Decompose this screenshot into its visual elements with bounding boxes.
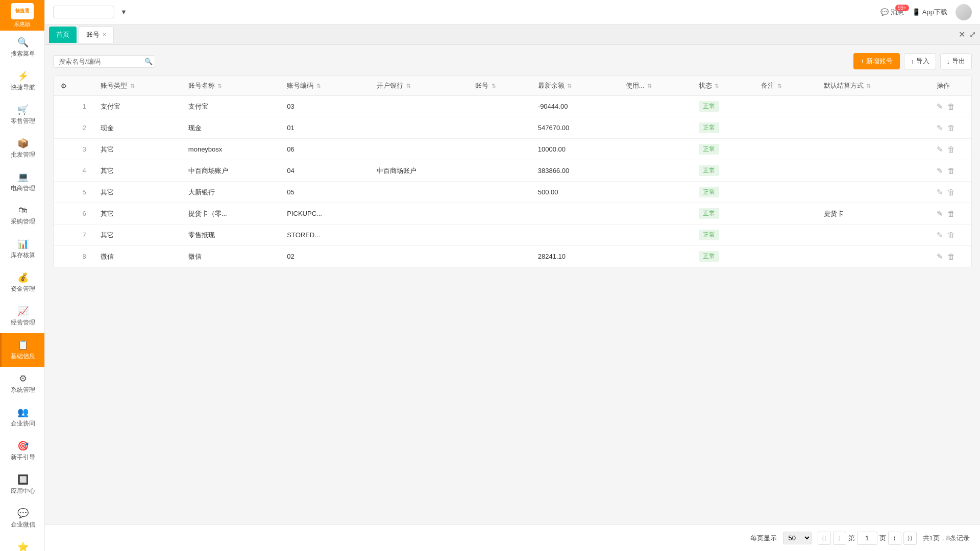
sidebar-icon: 💻 (17, 171, 29, 183)
sidebar-item-新手引导[interactable]: 🎯新手引导 (0, 434, 44, 468)
topbar-dropdown[interactable]: ▼ (120, 8, 127, 16)
search-icon[interactable]: 🔍 (144, 58, 153, 65)
sidebar-item-电商管理[interactable]: 💻电商管理 (0, 165, 44, 199)
delete-icon[interactable]: 🗑 (947, 252, 955, 261)
row-num: 5 (74, 182, 94, 203)
col-type-header[interactable]: 账号类型 ⇅ (94, 76, 182, 96)
tab-accounts[interactable]: 账号 × (79, 27, 114, 43)
delete-icon[interactable]: 🗑 (947, 188, 955, 196)
edit-icon[interactable]: ✎ (937, 188, 943, 197)
col-code-header[interactable]: 账号编码 ⇅ (281, 76, 371, 96)
page-prev-button[interactable]: ⟨ (833, 532, 846, 545)
row-type: 微信 (94, 246, 182, 267)
export-button[interactable]: ↓ 导出 (940, 53, 972, 69)
sidebar-label: 企业协同 (11, 419, 35, 428)
sidebar-label: 经营管理 (11, 318, 35, 327)
edit-icon[interactable]: ✎ (937, 209, 943, 218)
col-settings-header[interactable]: ⚙ (54, 76, 74, 96)
toolbar-right: + 新增账号 ↑ 导入 ↓ 导出 (853, 53, 972, 69)
col-name-header[interactable]: 账号名称 ⇅ (182, 76, 281, 96)
row-status: 正常 (693, 160, 755, 182)
delete-icon[interactable]: 🗑 (947, 123, 955, 132)
tabbar-expand-button[interactable]: ⤢ (969, 30, 976, 39)
row-usage (620, 139, 693, 160)
col-balance-header[interactable]: 最新余额 ⇅ (532, 76, 620, 96)
sidebar-item-零售管理[interactable]: 🛒零售管理 (0, 98, 44, 132)
page-content: 🔍 + 新增账号 ↑ 导入 ↓ 导出 ⚙ (45, 45, 980, 524)
sidebar-item-企业协同[interactable]: 👥企业协同 (0, 400, 44, 434)
sidebar-item-搜索菜单[interactable]: 🔍搜索菜单 (0, 31, 44, 64)
page-next-button[interactable]: ⟩ (888, 532, 901, 545)
sidebar-item-采购管理[interactable]: 🛍采购管理 (0, 199, 44, 232)
col-remark-header[interactable]: 备注 ⇅ (755, 76, 818, 96)
delete-icon[interactable]: 🗑 (947, 145, 955, 154)
page-size-select[interactable]: 50 100 (783, 532, 812, 544)
sidebar-label: 零售管理 (11, 117, 35, 126)
import-button[interactable]: ↑ 导入 (904, 53, 936, 69)
col-status-header[interactable]: 状态 ⇅ (693, 76, 755, 96)
table-row: 2 现金 现金 01 547670.00 正常 ✎ 🗑 (54, 117, 971, 139)
row-account (469, 246, 532, 267)
accounts-table: ⚙ 账号类型 ⇅ 账号名称 ⇅ 账号编码 ⇅ 开户银行 ⇅ 账号 ⇅ 最新余额 … (53, 76, 972, 267)
edit-icon[interactable]: ✎ (937, 231, 943, 240)
row-usage (620, 160, 693, 182)
row-status: 正常 (693, 182, 755, 203)
row-account (469, 182, 532, 203)
row-bank (371, 139, 469, 160)
message-button[interactable]: 💬 消息 99+ (880, 8, 904, 17)
sidebar-label: 电商管理 (11, 184, 35, 193)
tab-close-icon[interactable]: × (103, 31, 106, 38)
search-input[interactable] (59, 58, 144, 65)
edit-icon[interactable]: ✎ (937, 166, 943, 176)
delete-icon[interactable]: 🗑 (947, 209, 955, 218)
row-remark (755, 96, 818, 117)
tabbar-close-button[interactable]: ✕ (959, 30, 965, 39)
col-usage-header[interactable]: 使用... ⇅ (620, 76, 693, 96)
sidebar-item-批发管理[interactable]: 📦批发管理 (0, 132, 44, 165)
add-account-button[interactable]: + 新增账号 (853, 53, 900, 69)
edit-icon[interactable]: ✎ (937, 123, 943, 133)
edit-icon[interactable]: ✎ (937, 102, 943, 111)
col-bank-header[interactable]: 开户银行 ⇅ (371, 76, 469, 96)
user-avatar[interactable] (955, 4, 972, 20)
edit-icon[interactable]: ✎ (937, 252, 943, 261)
row-account (469, 117, 532, 139)
row-status: 正常 (693, 96, 755, 117)
sidebar-item-企业微信[interactable]: 💬企业微信 (0, 502, 44, 535)
pagination-bar: 每页显示 50 100 ⟨⟨ ⟨ 第 页 ⟩ ⟩⟩ 共1页，8条记录 (45, 524, 980, 551)
sidebar-item-库存核算[interactable]: 📊库存核算 (0, 232, 44, 266)
page-label: 第 (848, 534, 855, 543)
sidebar-item-经营管理[interactable]: 📈经营管理 (0, 299, 44, 333)
sidebar-label: 采购管理 (11, 217, 35, 226)
row-balance (532, 203, 620, 224)
page-first-button[interactable]: ⟨⟨ (818, 532, 831, 545)
sidebar-item-系统管理[interactable]: ⚙系统管理 (0, 367, 44, 400)
page-size-label: 每页显示 (750, 534, 777, 543)
row-balance: 500.00 (532, 182, 620, 203)
col-default-settlement-header[interactable]: 默认结算方式 ⇅ (818, 76, 930, 96)
page-input[interactable] (857, 532, 877, 545)
row-bank (371, 117, 469, 139)
delete-icon[interactable]: 🗑 (947, 231, 955, 239)
delete-icon[interactable]: 🗑 (947, 166, 955, 175)
row-remark (755, 117, 818, 139)
topbar-search-input[interactable] (53, 6, 114, 18)
message-badge: 99+ (895, 5, 909, 11)
delete-icon[interactable]: 🗑 (947, 102, 955, 111)
sidebar-item-应用中心[interactable]: 🔲应用中心 (0, 468, 44, 502)
sidebar-item-畅会员[interactable]: ⭐畅会员 (0, 535, 44, 551)
row-remark (755, 246, 818, 267)
table-row: 5 其它 大新银行 05 500.00 正常 ✎ 🗑 (54, 182, 971, 203)
row-code: STORED... (281, 224, 371, 246)
sidebar-icon: 🎯 (17, 440, 29, 452)
edit-icon[interactable]: ✎ (937, 145, 943, 154)
sidebar-item-基础信息[interactable]: 📋基础信息 (0, 333, 44, 367)
col-account-header[interactable]: 账号 ⇅ (469, 76, 532, 96)
page-last-button[interactable]: ⟩⟩ (903, 532, 917, 545)
tab-home[interactable]: 首页 (49, 27, 77, 43)
table-row: 4 其它 中百商场账户 04 中百商场账户 383866.00 正常 ✎ 🗑 (54, 160, 971, 182)
app-download-button[interactable]: 📱 App下载 (912, 8, 947, 17)
sidebar-label: 搜索菜单 (11, 49, 35, 58)
sidebar-item-快捷导航[interactable]: ⚡快捷导航 (0, 64, 44, 98)
sidebar-item-资金管理[interactable]: 💰资金管理 (0, 266, 44, 299)
